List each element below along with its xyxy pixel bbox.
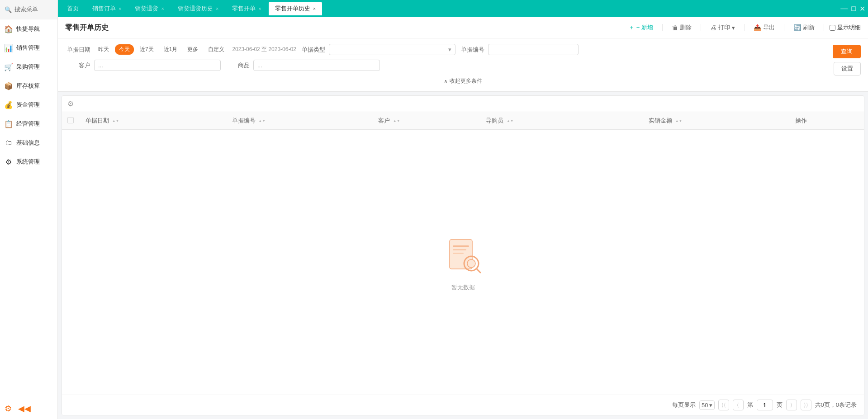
display-detail-label: 显示明细 (837, 24, 861, 32)
svg-point-5 (467, 259, 475, 268)
sidebar-item-label: 系统管理 (16, 158, 40, 166)
tab-sales-order[interactable]: 销售订单 × (86, 2, 128, 15)
collapse-sidebar-icon[interactable]: ◀◀ (18, 404, 31, 414)
th-date-label: 单据日期 (85, 117, 109, 124)
tab-retail-open-history-close[interactable]: × (313, 6, 316, 11)
per-page-select[interactable]: 50 ▾ (699, 400, 714, 410)
date-range-text: 2023-06-02 至 2023-06-02 (232, 46, 296, 53)
divider1 (662, 24, 663, 31)
page-title: 零售开单历史 (65, 23, 109, 33)
refresh-button[interactable]: 🔄 刷新 (790, 22, 818, 33)
divider3 (744, 24, 745, 31)
tab-retail-open-history[interactable]: 零售开单历史 × (269, 2, 322, 15)
tab-sales-return-history-close[interactable]: × (216, 6, 218, 11)
select-all-checkbox[interactable] (67, 117, 74, 123)
print-dropdown-icon[interactable]: ▾ (732, 24, 735, 31)
divider5 (824, 24, 824, 31)
tab-sales-return-history[interactable]: 销货退货历史 × (171, 2, 225, 15)
tab-home[interactable]: 首页 (61, 2, 85, 15)
data-table: 单据日期 ▲▼ 单据编号 ▲▼ 客户 ▲▼ 导购员 (62, 112, 864, 130)
sidebar-item-purchase-mgmt[interactable]: 🛒 采购管理 (0, 57, 57, 76)
print-button[interactable]: 🖨 打印 ▾ (707, 22, 739, 33)
sidebar-item-base-info[interactable]: 🗂 基础信息 (0, 133, 57, 152)
page-number-input[interactable] (757, 400, 773, 410)
tab-sales-return-close[interactable]: × (161, 6, 164, 11)
page-last-btn[interactable]: ⟩⟩ (801, 400, 811, 410)
page-actions: ＋ + 新增 🗑 删除 🖨 打印 ▾ 📤 导出 (625, 22, 861, 33)
sidebar-item-quick-nav[interactable]: 🏠 快捷导航 (0, 19, 57, 38)
svg-rect-3 (453, 253, 464, 254)
sort-amount-icon[interactable]: ▲▼ (675, 119, 683, 123)
filter-row-2: 客户 ... 商品 ... (65, 60, 825, 71)
settings-button[interactable]: 设置 (834, 62, 861, 75)
table-settings-icon[interactable]: ⚙ (67, 99, 74, 108)
empty-text: 暂无数据 (451, 283, 475, 292)
sidebar-item-sales-mgmt[interactable]: 📊 销售管理 (0, 38, 57, 57)
doc-no-label: 单据编号 (459, 46, 484, 54)
sidebar-item-sys-mgmt[interactable]: ⚙ 系统管理 (0, 152, 57, 171)
customer-label: 客户 (65, 61, 90, 70)
page-prev-btn[interactable]: ⟨ (733, 400, 744, 410)
date-shortcuts: 昨天 今天 近7天 近1月 更多 自定义 2023-06-02 至 2023-0… (94, 44, 296, 55)
date-filter-label: 单据日期 (65, 46, 90, 54)
sidebar-bottom: ⚙ ◀◀ (0, 398, 57, 419)
th-amount-label: 实销金额 (649, 117, 672, 124)
customer-ellipsis: ... (98, 62, 103, 69)
th-date: 单据日期 ▲▼ (80, 112, 227, 130)
sidebar-search[interactable]: 🔍 搜索采单 (0, 0, 57, 19)
th-guide: 导购员 ▲▼ (480, 112, 607, 130)
page-suffix: 页 (777, 401, 783, 409)
doc-no-input[interactable] (488, 44, 579, 55)
pagination: 每页显示 50 ▾ ⟨⟨ ⟨ 第 页 ⟩ ⟩⟩ 共0页，0条记录 (62, 395, 864, 415)
window-maximize-icon[interactable]: □ (851, 5, 856, 13)
date-btn-yesterday[interactable]: 昨天 (94, 44, 113, 55)
th-amount: 实销金额 ▲▼ (643, 112, 790, 130)
th-no: 单据编号 ▲▼ (227, 112, 373, 130)
add-button[interactable]: ＋ + 新增 (625, 22, 657, 33)
sidebar-item-label: 资金管理 (16, 101, 40, 109)
product-ellipsis: ... (257, 62, 262, 69)
tab-sales-order-label: 销售订单 (92, 5, 116, 13)
page-first-btn[interactable]: ⟨⟨ (718, 400, 729, 410)
sidebar: 🔍 搜索采单 🏠 快捷导航 📊 销售管理 🛒 采购管理 📦 库存核算 💰 资金管… (0, 0, 58, 419)
customer-input[interactable]: ... (94, 60, 221, 71)
sidebar-item-inventory[interactable]: 📦 库存核算 (0, 76, 57, 95)
sidebar-item-label: 经营管理 (16, 120, 40, 128)
date-btn-today[interactable]: 今天 (115, 44, 134, 55)
date-btn-more[interactable]: 更多 (183, 44, 202, 55)
date-btn-7days[interactable]: 近7天 (136, 44, 158, 55)
window-close-icon[interactable]: ✕ (859, 5, 865, 13)
sidebar-item-label: 基础信息 (16, 139, 40, 147)
per-page-value: 50 (702, 402, 708, 409)
doc-type-dropdown-icon: ▾ (448, 46, 451, 53)
tab-retail-open-close[interactable]: × (258, 6, 261, 11)
filter-area: 单据日期 昨天 今天 近7天 近1月 更多 自定义 2023-06-02 至 2… (58, 38, 868, 92)
sidebar-item-business[interactable]: 📋 经营管理 (0, 114, 57, 133)
product-input[interactable]: ... (253, 60, 380, 71)
collapse-row[interactable]: ∧ 收起更多条件 (65, 75, 861, 89)
delete-label: 删除 (680, 24, 692, 32)
date-btn-1month[interactable]: 近1月 (160, 44, 182, 55)
window-minimize-icon[interactable]: — (840, 5, 848, 13)
delete-button[interactable]: 🗑 删除 (668, 22, 695, 33)
sort-customer-icon[interactable]: ▲▼ (393, 119, 400, 123)
bottom-gear-icon[interactable]: ⚙ (5, 404, 12, 414)
tab-retail-open[interactable]: 零售开单 × (226, 2, 267, 15)
tab-sales-return[interactable]: 销货退货 × (128, 2, 170, 15)
print-label: 打印 (718, 24, 730, 32)
tab-retail-open-history-label: 零售开单历史 (275, 5, 310, 13)
table-toolbar: ⚙ (62, 96, 864, 112)
doc-type-select[interactable]: ▾ (329, 44, 455, 55)
sort-date-icon[interactable]: ▲▼ (112, 119, 119, 123)
page-next-btn[interactable]: ⟩ (786, 400, 797, 410)
date-btn-custom[interactable]: 自定义 (204, 44, 228, 55)
export-button[interactable]: 📤 导出 (750, 22, 778, 33)
query-button[interactable]: 查询 (833, 45, 861, 58)
sort-no-icon[interactable]: ▲▼ (258, 119, 266, 123)
sidebar-item-finance[interactable]: 💰 资金管理 (0, 95, 57, 114)
tab-sales-order-close[interactable]: × (119, 6, 121, 11)
display-detail-checkbox[interactable] (830, 25, 835, 31)
sort-guide-icon[interactable]: ▲▼ (507, 119, 514, 123)
tab-retail-open-label: 零售开单 (232, 5, 256, 13)
page-header: 零售开单历史 ＋ + 新增 🗑 删除 🖨 打印 ▾ (58, 17, 868, 38)
